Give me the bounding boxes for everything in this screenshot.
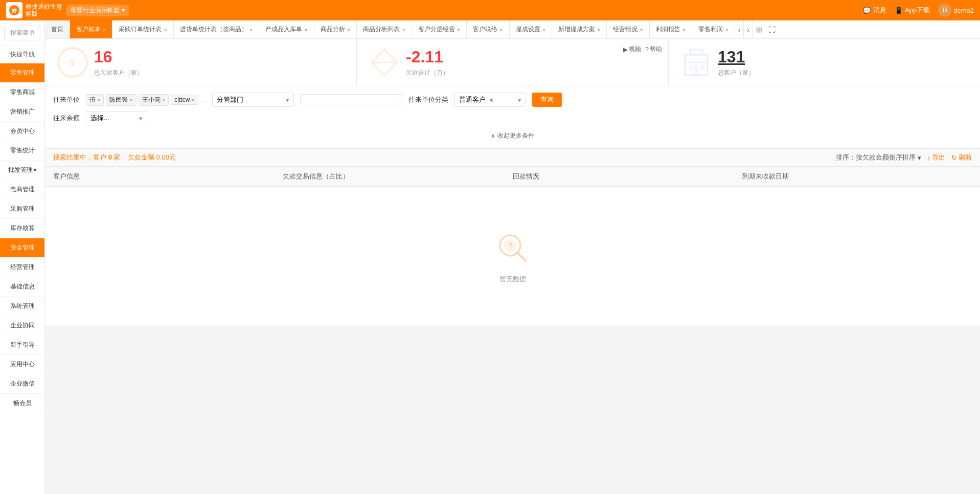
sidebar-item-enterprise-collab[interactable]: 企业协同 (0, 316, 44, 335)
sidebar-item-ecommerce[interactable]: 电商管理 (0, 180, 44, 199)
refresh-icon: ↻ (951, 154, 957, 162)
sidebar-item-marketing[interactable]: 营销推广 (0, 102, 44, 122)
col-header-debt: 欠款交易信息（占比） (283, 172, 512, 181)
help-icon: ? (645, 46, 649, 53)
tab-product-inbound[interactable]: 产成品入库单 × (259, 20, 314, 38)
tab-product-analysis-list[interactable]: 商品分析列表 × (357, 20, 412, 38)
sidebar-search: 搜索菜单 (0, 20, 44, 46)
stat-number-customers: 16 (94, 48, 143, 66)
chevron-down-icon: ▾ (518, 96, 521, 104)
sidebar-item-batch-mgmt[interactable]: 批发管理 ▾ (0, 161, 44, 180)
stat-info-all-customers: 131 总客户（家） (718, 48, 755, 77)
sidebar-item-capital-mgmt[interactable]: 资金管理 (0, 238, 44, 258)
tag-close-3[interactable]: × (191, 97, 194, 103)
sidebar-item-retail-stats[interactable]: 零售统计 (0, 141, 44, 161)
owner-unit-category-select[interactable]: 普通客户 × ▾ (454, 93, 526, 107)
video-help-btn[interactable]: ▶ 视频 (623, 45, 641, 54)
tab-customer-contact[interactable]: 客户联络 × (467, 20, 509, 38)
filter-tag-1: 陈民强 × (106, 94, 136, 106)
tab-close-icon[interactable]: × (103, 27, 106, 33)
tab-close-icon[interactable]: × (402, 27, 405, 33)
sidebar-item-system-mgmt[interactable]: 系统管理 (0, 297, 44, 316)
balance-select[interactable]: 选择... ▾ (86, 111, 147, 125)
category-clear-icon[interactable]: × (490, 96, 494, 104)
tab-close-icon[interactable]: × (542, 27, 545, 33)
tab-close-icon[interactable]: × (457, 27, 460, 33)
tab-tips-settings[interactable]: 提成设置 × (510, 20, 552, 38)
sort-select[interactable]: 排序：按欠款金额倒序排序 ▾ (836, 153, 921, 162)
tab-close-icon[interactable]: × (249, 27, 253, 33)
tab-purchase-order-stats[interactable]: 采购订单统计表 × (112, 20, 173, 38)
tab-close-icon[interactable]: × (640, 27, 643, 33)
owner-unit-label: 往来单位 (53, 95, 80, 104)
tab-expand-btn[interactable]: ⊞ (753, 20, 765, 38)
filter-tag-0: 伍 × (86, 94, 104, 106)
tab-close-icon[interactable]: × (164, 27, 167, 33)
stats-row: ¥ 16 总欠款客户（家） (45, 39, 980, 86)
tag-close-1[interactable]: × (129, 97, 132, 103)
tab-customer-tier[interactable]: 客户分层经营 × (412, 20, 467, 38)
tab-close-icon[interactable]: × (304, 27, 307, 33)
filter-row-2: 往来余额 选择... ▾ (53, 111, 972, 125)
tab-close-icon[interactable]: × (347, 27, 350, 33)
avatar: D (938, 4, 951, 17)
chevron-down-icon: ▾ (139, 115, 143, 122)
sidebar-item-business-mgmt[interactable]: 经营管理 (0, 258, 44, 277)
sidebar-quick-nav[interactable]: 快捷导航 (0, 46, 44, 63)
tab-close-icon[interactable]: × (597, 27, 600, 33)
svg-rect-9 (690, 50, 702, 55)
svg-rect-11 (689, 65, 693, 70)
tab-home[interactable]: 首页 (45, 20, 70, 38)
sidebar-item-purchase[interactable]: 采购管理 (0, 199, 44, 219)
yuan-icon: ¥ (57, 47, 88, 78)
search-menu-button[interactable]: 搜索菜单 (4, 26, 40, 40)
branch-person-select[interactable]: ··· (300, 94, 402, 105)
filter-row-1: 往来单位 伍 × 陈民强 × 王小亮 × (53, 93, 972, 107)
help-btn[interactable]: ? 帮助 (645, 45, 662, 54)
tag-close-2[interactable]: × (162, 97, 165, 103)
tab-close-icon[interactable]: × (499, 27, 503, 33)
tag-close-0[interactable]: × (97, 97, 100, 103)
tab-customer-book[interactable]: 客户账本 × (70, 20, 112, 38)
col-header-date: 到期未收款日期 (742, 172, 972, 181)
sidebar-item-basic-info[interactable]: 基础信息 (0, 277, 44, 297)
app-download-btn[interactable]: 📱 App下载 (895, 6, 930, 15)
user-menu[interactable]: D demo2 (938, 4, 974, 17)
empty-text: 暂无数据 (499, 275, 526, 284)
chevron-down-icon: ▾ (918, 154, 921, 162)
tab-scroll-left[interactable]: ‹ (735, 20, 744, 38)
stat-info-customers: 16 总欠款客户（家） (94, 48, 143, 77)
tab-fullscreen-btn[interactable]: ⛶ (765, 20, 779, 38)
tab-retail-profit[interactable]: 零售利润 × (692, 20, 735, 38)
tab-scroll-right[interactable]: › (744, 20, 753, 38)
svg-rect-12 (700, 65, 704, 70)
collapse-btn[interactable]: ∧ 收起更多条件 (53, 129, 972, 142)
message-btn[interactable]: 💬 消息 (863, 6, 886, 15)
tenant-selector[interactable]: 母婴行业演示帐套 ▾ (66, 5, 129, 16)
sidebar-item-inventory[interactable]: 库存核算 (0, 219, 44, 238)
search-button[interactable]: 查询 (532, 93, 562, 107)
sidebar-item-retail-mgmt[interactable]: 零售管理 (0, 63, 44, 83)
stat-number-debt: -2.11 (406, 48, 449, 66)
sidebar-item-retail-mall[interactable]: 零售商城 (0, 83, 44, 102)
sidebar-item-member-center[interactable]: 会员中心 (0, 122, 44, 141)
tab-profit-report[interactable]: 利润报告 × (650, 20, 692, 38)
sidebar-item-app-center[interactable]: 应用中心 (0, 355, 44, 374)
refresh-btn[interactable]: ↻ 刷新 (951, 153, 972, 162)
filter-more-btn[interactable]: ... (200, 96, 206, 104)
tab-purchase-stats-product[interactable]: 进货单统计表（按商品） × (174, 20, 259, 38)
tab-close-icon[interactable]: × (682, 27, 686, 33)
export-btn[interactable]: ↑ 导出 (927, 153, 946, 162)
tab-product-analysis[interactable]: 商品分析 × (314, 20, 357, 38)
stat-card-customers: ¥ 16 总欠款客户（家） (45, 39, 357, 86)
balance-label: 往来余额 (53, 114, 80, 123)
tab-new-tips-plan[interactable]: 新增提成方案 × (552, 20, 607, 38)
sidebar-item-enterprise-wechat[interactable]: 企业微信 (0, 374, 44, 394)
sidebar-item-new-guide[interactable]: 新手引导 (0, 335, 44, 355)
tab-close-icon[interactable]: × (725, 27, 728, 33)
tab-business-status[interactable]: 经营情况 × (607, 20, 649, 38)
sidebar: 搜索菜单 快捷导航 零售管理 零售商城 营销推广 会员中心 零售统计 批发管理 … (0, 20, 45, 494)
more-options-icon[interactable]: ··· (393, 97, 397, 103)
branch-dept-select[interactable]: 分管部门 ▾ (212, 93, 294, 107)
sidebar-item-member-vip[interactable]: 畅会员 (0, 394, 44, 413)
